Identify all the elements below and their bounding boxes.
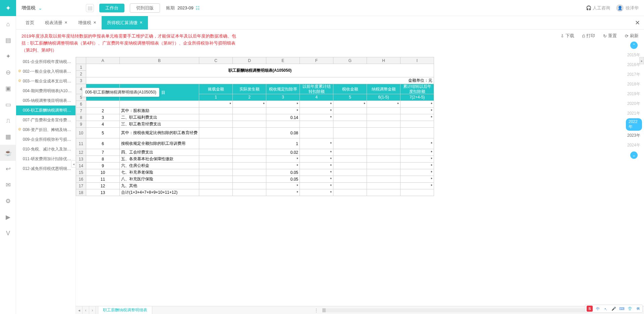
data-cell[interactable]: [333, 156, 367, 163]
row-number[interactable]: 16: [76, 176, 86, 183]
data-cell[interactable]: *: [400, 169, 434, 176]
data-cell[interactable]: [233, 163, 266, 169]
data-cell[interactable]: 0.08: [266, 128, 300, 138]
data-cell[interactable]: *: [300, 114, 333, 121]
form-list-item[interactable]: ⊘002-一般企业收入明细表(A...: [16, 67, 75, 76]
data-cell[interactable]: [367, 114, 400, 121]
data-cell[interactable]: [233, 169, 266, 176]
year-item[interactable]: 2020年: [626, 99, 642, 109]
data-cell[interactable]: [367, 156, 400, 163]
rail-stats-icon[interactable]: ✦: [0, 48, 16, 64]
row-number[interactable]: 17: [76, 183, 86, 189]
row-number[interactable]: 12: [76, 149, 86, 156]
data-cell[interactable]: [367, 163, 400, 169]
data-cell[interactable]: [233, 108, 266, 114]
row-number[interactable]: 8: [76, 114, 86, 121]
data-cell[interactable]: [199, 183, 233, 189]
data-cell[interactable]: *: [266, 156, 300, 163]
rail-exit-icon[interactable]: ↩: [0, 161, 16, 177]
data-cell[interactable]: 1: [266, 138, 300, 149]
data-cell[interactable]: [367, 108, 400, 114]
year-item[interactable]: 2022年: [626, 118, 642, 131]
data-cell[interactable]: 0.14: [266, 114, 300, 121]
data-cell[interactable]: *: [199, 101, 233, 108]
data-cell[interactable]: [233, 183, 266, 189]
select-all-corner[interactable]: [76, 57, 86, 64]
data-cell[interactable]: [199, 114, 233, 121]
row-number[interactable]: 1: [76, 64, 86, 71]
sheet-nav-first[interactable]: ◂: [76, 306, 83, 314]
ime-lang-icon[interactable]: 中: [595, 306, 601, 312]
reset-button[interactable]: ↻重置: [603, 33, 617, 39]
data-cell[interactable]: [400, 121, 434, 128]
form-list-item[interactable]: 001-企业所得税年度纳税申...: [16, 57, 75, 67]
calendar-icon[interactable]: ☷: [196, 5, 200, 11]
row-number[interactable]: 2: [76, 71, 86, 77]
data-cell[interactable]: [199, 189, 233, 196]
rail-book-icon[interactable]: ▭: [0, 97, 16, 113]
data-cell[interactable]: *: [400, 149, 434, 156]
data-cell[interactable]: *: [266, 101, 300, 108]
data-cell[interactable]: [233, 156, 266, 163]
data-cell[interactable]: *: [300, 176, 333, 183]
data-cell[interactable]: *: [300, 156, 333, 163]
data-cell[interactable]: [367, 176, 400, 183]
column-header[interactable]: A: [86, 57, 120, 64]
data-cell[interactable]: [199, 176, 233, 183]
data-cell[interactable]: [199, 108, 233, 114]
form-list-item[interactable]: 006-职工薪酬纳税调整明细...: [16, 106, 75, 115]
form-list-item[interactable]: 005-纳税调整项目明细表(A1...: [16, 96, 75, 106]
data-cell[interactable]: [199, 156, 233, 163]
tab-1[interactable]: 税表清册✕: [40, 16, 73, 29]
switch-old-button[interactable]: 切到旧版: [130, 3, 160, 13]
print-button[interactable]: ⎙打印: [582, 33, 595, 39]
data-cell[interactable]: [400, 189, 434, 196]
data-cell[interactable]: [333, 121, 367, 128]
data-cell[interactable]: *: [266, 189, 300, 196]
data-cell[interactable]: [266, 121, 300, 128]
data-cell[interactable]: [199, 163, 233, 169]
data-cell[interactable]: *: [400, 101, 434, 108]
close-icon[interactable]: ✕: [93, 20, 96, 25]
data-cell[interactable]: *: [400, 138, 434, 149]
sheet-tab[interactable]: 职工薪酬纳税调整明细表: [98, 306, 152, 314]
data-cell[interactable]: *: [300, 138, 333, 149]
data-cell[interactable]: *: [266, 108, 300, 114]
row-number[interactable]: 18: [76, 189, 86, 196]
data-cell[interactable]: [333, 114, 367, 121]
download-button[interactable]: ⇩下载: [560, 33, 574, 39]
grid-container[interactable]: ABCDEFGHI1职工薪酬纳税调整明细表(A105050)23金额单位：元4行…: [76, 57, 644, 306]
data-cell[interactable]: *: [400, 183, 434, 189]
year-down-button[interactable]: ⌄: [630, 151, 638, 159]
data-cell[interactable]: [199, 138, 233, 149]
data-cell[interactable]: *: [400, 176, 434, 183]
column-header[interactable]: B: [120, 57, 199, 64]
year-item[interactable]: 2015年: [626, 50, 642, 60]
data-cell[interactable]: 0.05: [266, 169, 300, 176]
ime-punct-icon[interactable]: •,: [603, 306, 609, 312]
data-cell[interactable]: [233, 176, 266, 183]
row-number[interactable]: 3: [76, 77, 86, 84]
form-list-item[interactable]: 004-期间费用明细表(A1040...: [16, 86, 75, 96]
form-list-item[interactable]: ⊘003-一般企业成本支出明细...: [16, 76, 75, 86]
data-cell[interactable]: *: [300, 163, 333, 169]
data-cell[interactable]: *: [300, 108, 333, 114]
row-number[interactable]: 6: [76, 101, 86, 108]
data-cell[interactable]: [199, 169, 233, 176]
data-cell[interactable]: [233, 128, 266, 138]
data-cell[interactable]: *: [400, 163, 434, 169]
refresh-button[interactable]: ⟳刷新: [625, 33, 639, 39]
row-number[interactable]: 9: [76, 121, 86, 128]
data-cell[interactable]: [333, 149, 367, 156]
data-cell[interactable]: 0.02: [266, 149, 300, 156]
support-link[interactable]: 🎧 人工咨询: [586, 5, 610, 11]
data-cell[interactable]: [367, 121, 400, 128]
ime-skin-icon[interactable]: 👕: [627, 306, 633, 312]
rail-calendar-icon[interactable]: ▦: [0, 129, 16, 145]
close-icon[interactable]: ✕: [64, 20, 67, 25]
period-value[interactable]: 2023-09: [177, 5, 194, 10]
user-menu[interactable]: 👤 徐泽华: [616, 4, 639, 12]
column-header[interactable]: H: [367, 57, 400, 64]
form-list-item[interactable]: 009-企业所得税弥补亏损明...: [16, 135, 75, 144]
rail-v-icon[interactable]: V: [0, 225, 16, 241]
